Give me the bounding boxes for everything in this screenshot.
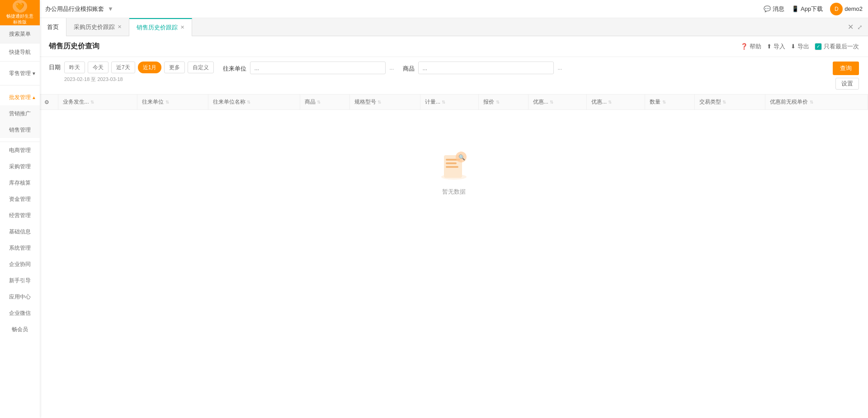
th-discount1[interactable]: 优惠... ⇅ <box>528 95 586 110</box>
only-last-checkbox[interactable]: ✓ 只看最后一次 <box>815 43 859 51</box>
tab-purchase[interactable]: 采购历史价跟踪 ✕ <box>66 18 129 36</box>
sidebar-item-wechat[interactable]: 企业微信 <box>0 305 40 321</box>
sidebar-item-purchase[interactable]: 采购管理 <box>0 158 40 175</box>
sidebar-item-sales-mgmt[interactable]: 销售管理 <box>0 122 40 138</box>
sidebar-item-system[interactable]: 系统管理 <box>0 240 40 256</box>
sidebar-item-enterprise[interactable]: 企业协同 <box>0 256 40 272</box>
workspace-name: 办公用品行业模拟账套 <box>45 5 104 13</box>
checkbox-icon: ✓ <box>815 43 822 50</box>
date-btn-today[interactable]: 今天 <box>88 62 108 73</box>
tab-purchase-close[interactable]: ✕ <box>118 24 122 30</box>
settings-icon[interactable]: ⚙ <box>44 99 49 105</box>
filter-inputs-area: 往来单位 ... 商品 ... <box>223 62 824 74</box>
sidebar-item-apps[interactable]: 应用中心 <box>0 289 40 305</box>
th-discount2-label: 优惠... ⇅ <box>591 99 612 105</box>
purchase-label: 采购管理 <box>9 163 31 171</box>
th-unit[interactable]: 计量... ⇅ <box>420 95 479 110</box>
sidebar-item-newbie[interactable]: 新手引导 <box>0 272 40 289</box>
sales-mgmt-label: 销售管理 <box>9 126 31 134</box>
user-name: demo2 <box>844 5 863 12</box>
date-btn-yesterday[interactable]: 昨天 <box>64 62 85 73</box>
th-spec[interactable]: 规格型号 ⇅ <box>349 95 420 110</box>
th-quantity-label: 数量 ⇅ <box>650 99 665 105</box>
tab-sales[interactable]: 销售历史价跟踪 ✕ <box>129 18 192 36</box>
empty-icon: 🔍 <box>436 146 472 182</box>
topbar: 办公用品行业模拟账套 ▼ 💬 消息 📱 App下载 D demo2 <box>40 0 868 18</box>
logo-subtitle: 标推版 <box>13 19 27 25</box>
table-header-row: ⚙ 业务发生... ⇅ 往来单位 ⇅ 往来单位名称 ⇅ 商品 ⇅ <box>40 95 868 110</box>
partner-filter-field: 往来单位 ... <box>223 62 394 74</box>
main-area: 办公用品行业模拟账套 ▼ 💬 消息 📱 App下载 D demo2 首页 采购历… <box>40 0 868 418</box>
user-menu[interactable]: D demo2 <box>830 3 863 15</box>
app-download-label: App下载 <box>801 5 823 13</box>
quick-nav-label: 快捷导航 <box>9 48 31 56</box>
partner-more-btn[interactable]: ... <box>389 65 394 71</box>
sidebar-item-basic[interactable]: 基础信息 <box>0 223 40 240</box>
date-btn-more[interactable]: 更多 <box>164 62 185 73</box>
query-btn[interactable]: 查询 <box>833 62 859 75</box>
th-date[interactable]: 业务发生... ⇅ <box>58 95 137 110</box>
goods-filter-field: 商品 ... <box>403 62 562 74</box>
partner-filter-input[interactable] <box>250 62 386 74</box>
import-btn[interactable]: ⬆ 导入 <box>767 43 785 51</box>
goods-filter-label: 商品 <box>403 63 415 73</box>
goods-more-btn[interactable]: ... <box>557 65 562 71</box>
date-btn-7days[interactable]: 近7天 <box>111 62 135 73</box>
app-download-icon: 📱 <box>792 5 799 12</box>
tab-sales-close[interactable]: ✕ <box>180 24 184 30</box>
date-btn-custom[interactable]: 自定义 <box>188 62 214 73</box>
retail-label: 零售管理 <box>9 70 31 77</box>
tab-maximize-icon[interactable]: ⤢ <box>857 24 863 31</box>
th-trade-type-label: 交易类型 ⇅ <box>699 99 726 105</box>
page-title: 销售历史价查询 <box>49 42 99 51</box>
th-goods[interactable]: 商品 ⇅ <box>300 95 349 110</box>
search-menu[interactable]: 搜索菜单 <box>0 25 40 43</box>
inventory-label: 库存核算 <box>9 179 31 187</box>
sidebar-item-member[interactable]: 畅会员 <box>0 321 40 337</box>
th-quantity[interactable]: 数量 ⇅ <box>645 95 695 110</box>
page-header: 销售历史价查询 ❓ 帮助 ⬆ 导入 ⬇ 导出 ✓ 只看最后一次 <box>40 36 868 57</box>
tab-home[interactable]: 首页 <box>40 18 66 36</box>
sidebar-item-inventory[interactable]: 库存核算 <box>0 175 40 191</box>
sidebar-item-wholesale[interactable]: 批发管理 ▲ <box>0 89 40 105</box>
message-btn[interactable]: 💬 消息 <box>764 5 784 13</box>
import-label: 导入 <box>774 43 785 51</box>
th-price[interactable]: 报价 ⇅ <box>479 95 528 110</box>
goods-filter-input[interactable] <box>418 62 554 74</box>
th-partner-code[interactable]: 往来单位 ⇅ <box>137 95 208 110</box>
th-settings[interactable]: ⚙ <box>40 95 58 110</box>
ecommerce-label: 电商管理 <box>9 147 31 154</box>
logo[interactable]: 🧡 畅捷通好生意 标推版 <box>0 0 40 25</box>
sidebar-item-marketing[interactable]: 营销推广 <box>0 105 40 122</box>
th-trade-type[interactable]: 交易类型 ⇅ <box>694 95 765 110</box>
tab-close-all-icon[interactable]: ✕ <box>848 23 854 31</box>
content-area: 销售历史价查询 ❓ 帮助 ⬆ 导入 ⬇ 导出 ✓ 只看最后一次 <box>40 36 868 418</box>
message-label: 消息 <box>773 5 784 13</box>
table-header: ⚙ 业务发生... ⇅ 往来单位 ⇅ 往来单位名称 ⇅ 商品 ⇅ <box>40 95 868 110</box>
empty-state: 🔍 暂无数据 <box>40 110 868 232</box>
date-btn-1month[interactable]: 近1月 <box>138 62 162 73</box>
workspace-dropdown-icon[interactable]: ▼ <box>108 5 113 12</box>
th-pre-discount-price[interactable]: 优惠前无税单价 ⇅ <box>765 95 868 110</box>
topbar-left: 办公用品行业模拟账套 ▼ <box>45 5 113 13</box>
app-download-btn[interactable]: 📱 App下载 <box>792 5 823 13</box>
sidebar-item-ecommerce[interactable]: 电商管理 <box>0 142 40 158</box>
sidebar-item-operations[interactable]: 经营管理 <box>0 207 40 223</box>
sidebar-item-retail[interactable]: 零售管理 ▼ <box>0 65 40 81</box>
help-icon: ❓ <box>741 43 748 50</box>
th-partner-name[interactable]: 往来单位名称 ⇅ <box>208 95 300 110</box>
sidebar-item-finance[interactable]: 资金管理 <box>0 191 40 207</box>
help-btn[interactable]: ❓ 帮助 <box>741 43 761 51</box>
setting-btn[interactable]: 设置 <box>835 78 859 90</box>
logo-icon: 🧡 <box>13 0 27 13</box>
help-label: 帮助 <box>750 43 761 51</box>
system-label: 系统管理 <box>9 244 31 252</box>
table-container[interactable]: ⚙ 业务发生... ⇅ 往来单位 ⇅ 往来单位名称 ⇅ 商品 ⇅ <box>40 95 868 418</box>
sidebar: 🧡 畅捷通好生意 标推版 搜索菜单 快捷导航 零售管理 ▼ 批发管理 ▲ 营销推… <box>0 0 40 418</box>
th-pre-discount-price-label: 优惠前无税单价 ⇅ <box>770 99 813 105</box>
svg-rect-4 <box>446 166 458 168</box>
quick-nav[interactable]: 快捷导航 <box>0 43 40 62</box>
th-partner-code-label: 往来单位 ⇅ <box>142 99 169 105</box>
th-discount2[interactable]: 优惠... ⇅ <box>587 95 645 110</box>
export-btn[interactable]: ⬇ 导出 <box>791 43 809 51</box>
